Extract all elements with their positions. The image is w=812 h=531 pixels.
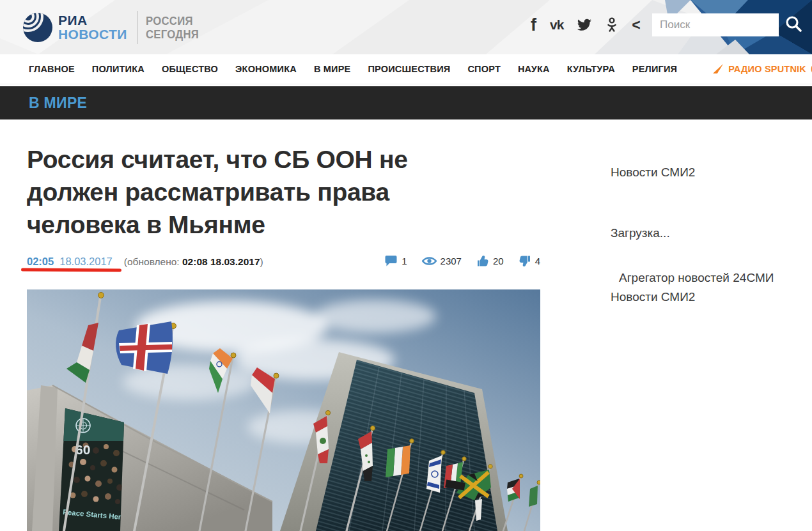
smi2-widget2-title: Новости СМИ2 [611, 290, 695, 304]
nav-item-radio-sputnik[interactable]: РАДИО SPUTNIK [712, 63, 812, 75]
nav-item-ekonomika[interactable]: ЭКОНОМИКА [235, 64, 297, 74]
nav-item-politika[interactable]: ПОЛИТИКА [92, 64, 144, 74]
flag-ivory-coast [386, 445, 410, 477]
more-social-chevron-icon[interactable]: < [632, 17, 640, 34]
publish-date: 18.03.2017 [59, 256, 113, 267]
page: РИА НОВОСТИ РОССИЯ СЕГОДНЯ f vk [0, 0, 812, 531]
ria-globe-icon [22, 12, 53, 43]
smi2-widget2-link[interactable]: Новости СМИ2 [611, 290, 695, 304]
un-emblem [76, 419, 90, 433]
nav-item-glavnoe[interactable]: ГЛАВНОЕ [29, 64, 75, 74]
article-stats: 1 2307 20 4 [393, 255, 540, 267]
aggregator-24smi-link[interactable]: Агрегатор новостей 24СМИ [619, 271, 774, 284]
flag-jordan [507, 479, 520, 502]
title-line-2: должен рассматривать права [27, 176, 408, 208]
article-meta: 02:0518.03.2017(обновлено: 02:08 18.03.2… [27, 256, 263, 268]
updated-value: 02:08 18.03.2017 [182, 256, 260, 267]
loading-text: Загрузка... [611, 226, 670, 240]
logo-divider [137, 11, 137, 44]
likes-count: 20 [493, 256, 504, 266]
social-links: f vk < [531, 14, 641, 36]
logo-novosti: НОВОСТИ [58, 27, 127, 42]
smi2-widget-title: Новости СМИ2 [611, 165, 695, 180]
un-flags-photo: 60 Peace Starts Here [27, 289, 540, 531]
comments-count: 1 [402, 256, 407, 266]
site-logo[interactable]: РИА НОВОСТИ РОССИЯ СЕГОДНЯ [22, 11, 206, 44]
nav-item-religiya[interactable]: РЕЛИГИЯ [632, 64, 677, 74]
comment-icon [385, 255, 398, 267]
search-input[interactable] [652, 13, 779, 36]
article-photo: 60 Peace Starts Here [27, 289, 540, 531]
main-nav: ГЛАВНОЕ ПОЛИТИКА ОБЩЕСТВО ЭКОНОМИКА В МИ… [0, 54, 812, 84]
dislikes-count: 4 [535, 256, 540, 266]
nav-item-v-mire[interactable]: В МИРЕ [314, 64, 351, 74]
section-title[interactable]: В МИРЕ [29, 95, 87, 112]
nav-item-sport[interactable]: СПОРТ [467, 64, 501, 74]
views-count: 2307 [441, 256, 462, 266]
title-line-3: человека в Мьянме [27, 208, 408, 241]
comments-stat[interactable]: 1 [385, 255, 407, 267]
nav-item-nauka[interactable]: НАУКА [518, 64, 550, 74]
logo-rossiya: РОССИЯ [146, 14, 199, 27]
logo-ria: РИА [58, 13, 127, 27]
nav-item-kultura[interactable]: КУЛЬТУРА [567, 64, 615, 74]
vk-icon[interactable]: vk [550, 17, 563, 33]
aggregator-24smi: Агрегатор новостей 24СМИ [619, 271, 774, 285]
nav-item-proisshestviya[interactable]: ПРОИСШЕСТВИЯ [368, 64, 450, 74]
annotation-underline [21, 268, 121, 272]
thumb-down-icon [519, 255, 531, 267]
search-box [652, 13, 779, 36]
views-stat: 2307 [422, 256, 462, 266]
radio-sputnik-label: РАДИО SPUTNIK [728, 64, 806, 74]
odnoklassniki-icon[interactable] [605, 17, 618, 33]
facebook-icon[interactable]: f [531, 15, 536, 35]
search-icon [784, 15, 803, 34]
updated-prefix: (обновлено: [124, 256, 182, 267]
title-line-1: Россия считает, что СБ ООН не [27, 143, 408, 176]
logo-wordmark: РИА НОВОСТИ [58, 13, 127, 42]
likes-stat[interactable]: 20 [476, 255, 504, 267]
article-title: Россия считает, что СБ ООН не должен рас… [27, 143, 408, 241]
site-header: РИА НОВОСТИ РОССИЯ СЕГОДНЯ f vk [0, 0, 812, 54]
nav-item-obshchestvo[interactable]: ОБЩЕСТВО [162, 64, 218, 74]
dislikes-stat[interactable]: 4 [519, 255, 540, 267]
publish-time: 02:05 [27, 256, 54, 267]
search-button[interactable] [781, 13, 806, 36]
updated-suffix: ) [260, 256, 263, 267]
thumb-up-icon [476, 255, 489, 267]
radio-flag-icon [712, 63, 724, 75]
section-bar: В МИРЕ [0, 86, 812, 119]
logo-agency: РОССИЯ СЕГОДНЯ [146, 14, 199, 41]
eye-icon [422, 256, 437, 266]
logo-segodnya: СЕГОДНЯ [146, 27, 199, 41]
smi2-widget-link[interactable]: Новости СМИ2 [611, 165, 695, 179]
twitter-icon[interactable] [577, 19, 592, 31]
